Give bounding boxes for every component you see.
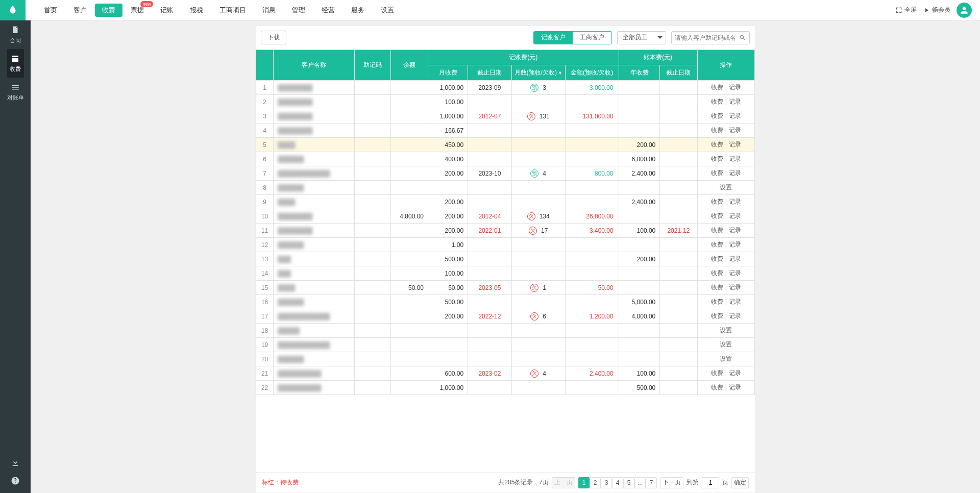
op-charge[interactable]: 收费 (711, 255, 723, 262)
member-button[interactable]: 畅会员 (923, 6, 950, 14)
table-row[interactable]: 11████████200.002022-01欠173,400.00100.00… (256, 224, 755, 238)
op-setup[interactable]: 设置 (720, 341, 732, 348)
nav-报税[interactable]: 报税 (182, 0, 211, 20)
op-record[interactable]: 记录 (729, 84, 741, 91)
op-record[interactable]: 记录 (729, 112, 741, 119)
table-row[interactable]: 22██████████1,000.00500.00收费|记录 (256, 381, 755, 395)
nav-记账[interactable]: 记账 (152, 0, 182, 20)
table-row[interactable]: 6██████400.006,000.00收费|记录 (256, 152, 755, 166)
goto-confirm[interactable]: 确定 (731, 477, 749, 488)
pager-page[interactable]: 5 (623, 477, 634, 488)
avatar[interactable] (957, 3, 972, 18)
op-record[interactable]: 记录 (729, 127, 741, 134)
op-setup[interactable]: 设置 (720, 355, 732, 362)
th-deadline1[interactable]: 截止日期 (468, 65, 511, 81)
op-charge[interactable]: 收费 (711, 212, 723, 219)
table-row[interactable]: 14███100.00收费|记录 (256, 266, 755, 281)
op-charge[interactable]: 收费 (711, 198, 723, 205)
op-charge[interactable]: 收费 (711, 98, 723, 105)
nav-经营[interactable]: 经营 (313, 0, 343, 20)
op-record[interactable]: 记录 (729, 369, 741, 377)
op-charge[interactable]: 收费 (711, 169, 723, 177)
nav-客户[interactable]: 客户 (65, 0, 95, 20)
download-icon[interactable] (11, 458, 20, 469)
op-charge[interactable]: 收费 (711, 384, 723, 391)
table-row[interactable]: 18█████设置 (256, 324, 755, 338)
op-record[interactable]: 记录 (729, 141, 741, 148)
nav-收费[interactable]: 收费 (95, 4, 122, 17)
op-record[interactable]: 记录 (729, 98, 741, 105)
th-mnemonic[interactable]: 助记码 (354, 50, 390, 81)
table-row[interactable]: 2████████100.00收费|记录 (256, 95, 755, 109)
nav-设置[interactable]: 设置 (373, 0, 402, 20)
op-charge[interactable]: 收费 (711, 269, 723, 277)
nav-工商项目[interactable]: 工商项目 (211, 0, 254, 20)
table-row[interactable]: 1████████1,000.002023-09预33,000.00收费|记录 (256, 81, 755, 95)
pager-page[interactable]: 7 (646, 477, 657, 488)
op-charge[interactable]: 收费 (711, 241, 723, 248)
table-row[interactable]: 9████200.002,400.00收费|记录 (256, 195, 755, 209)
pager-page[interactable]: 3 (601, 477, 612, 488)
leftbar-收费[interactable]: 收费 (7, 49, 24, 78)
op-record[interactable]: 记录 (729, 227, 741, 234)
op-record[interactable]: 记录 (729, 269, 741, 277)
op-record[interactable]: 记录 (729, 198, 741, 205)
search-input[interactable] (675, 34, 736, 41)
op-record[interactable]: 记录 (729, 241, 741, 248)
table-row[interactable]: 10████████4,800.00200.002012-04欠13426,80… (256, 209, 755, 224)
th-amt[interactable]: 金额(预收/欠收) (565, 65, 619, 81)
table-row[interactable]: 19████████████设置 (256, 338, 755, 352)
op-charge[interactable]: 收费 (711, 227, 723, 234)
staff-select[interactable]: 全部员工 (617, 31, 666, 44)
download-button[interactable]: 下载 (261, 31, 286, 44)
th-monthfee[interactable]: 月收费 (428, 65, 468, 81)
table-row[interactable]: 16██████500.005,000.00收费|记录 (256, 295, 755, 309)
leftbar-合同[interactable]: 合同 (7, 20, 24, 49)
op-record[interactable]: 记录 (729, 169, 741, 177)
op-record[interactable]: 记录 (729, 384, 741, 391)
op-setup[interactable]: 设置 (720, 184, 732, 191)
op-charge[interactable]: 收费 (711, 84, 723, 91)
op-record[interactable]: 记录 (729, 255, 741, 262)
nav-消息[interactable]: 消息 (254, 0, 284, 20)
table-row[interactable]: 17████████████200.002022-12欠61,200.004,0… (256, 309, 755, 324)
op-record[interactable]: 记录 (729, 298, 741, 305)
th-deadline2[interactable]: 截止日期 (660, 65, 697, 81)
table-row[interactable]: 3████████1,000.002012-07欠131131,000.00收费… (256, 109, 755, 124)
pager-prev[interactable]: 上一页 (552, 477, 575, 488)
pager-next[interactable]: 下一页 (660, 477, 683, 488)
seg-business[interactable]: 工商客户 (573, 32, 611, 44)
table-row[interactable]: 8██████设置 (256, 181, 755, 195)
op-charge[interactable]: 收费 (711, 112, 723, 119)
support-icon[interactable] (11, 476, 20, 487)
seg-accounting[interactable]: 记账客户 (534, 32, 573, 44)
op-charge[interactable]: 收费 (711, 312, 723, 319)
nav-管理[interactable]: 管理 (284, 0, 313, 20)
fullscreen-button[interactable]: 全屏 (895, 6, 917, 14)
op-setup[interactable]: 设置 (720, 327, 732, 334)
op-charge[interactable]: 收费 (711, 155, 723, 162)
table-row[interactable]: 13███500.00200.00收费|记录 (256, 252, 755, 266)
table-row[interactable]: 7████████████200.002023-10预4800.002,400.… (256, 166, 755, 181)
op-charge[interactable]: 收费 (711, 127, 723, 134)
op-charge[interactable]: 收费 (711, 369, 723, 377)
op-record[interactable]: 记录 (729, 212, 741, 219)
table-row[interactable]: 20██████设置 (256, 352, 755, 366)
th-yearfee[interactable]: 年收费 (619, 65, 660, 81)
table-row[interactable]: 12██████1.00收费|记录 (256, 238, 755, 252)
nav-服务[interactable]: 服务 (343, 0, 373, 20)
nav-票据[interactable]: 票据new (122, 0, 152, 20)
th-months[interactable]: 月数(预收/欠收)▼ (511, 65, 565, 81)
table-row[interactable]: 15████50.0050.002023-05欠150.00收费|记录 (256, 281, 755, 295)
op-charge[interactable]: 收费 (711, 298, 723, 305)
op-charge[interactable]: 收费 (711, 141, 723, 148)
pager-page[interactable]: 1 (578, 477, 590, 488)
th-name[interactable]: 客户名称 (274, 50, 355, 81)
th-balance[interactable]: 余额 (390, 50, 428, 81)
op-charge[interactable]: 收费 (711, 284, 723, 291)
op-record[interactable]: 记录 (729, 312, 741, 319)
table-row[interactable]: 21██████████600.002023-02欠42,400.00100.0… (256, 366, 755, 381)
pager-page[interactable]: 4 (612, 477, 623, 488)
table-wrap[interactable]: 客户名称 助记码 余额 记账费(元) 账本费(元) 操作 月收费 截止日期 月数… (256, 50, 755, 472)
op-record[interactable]: 记录 (729, 155, 741, 162)
